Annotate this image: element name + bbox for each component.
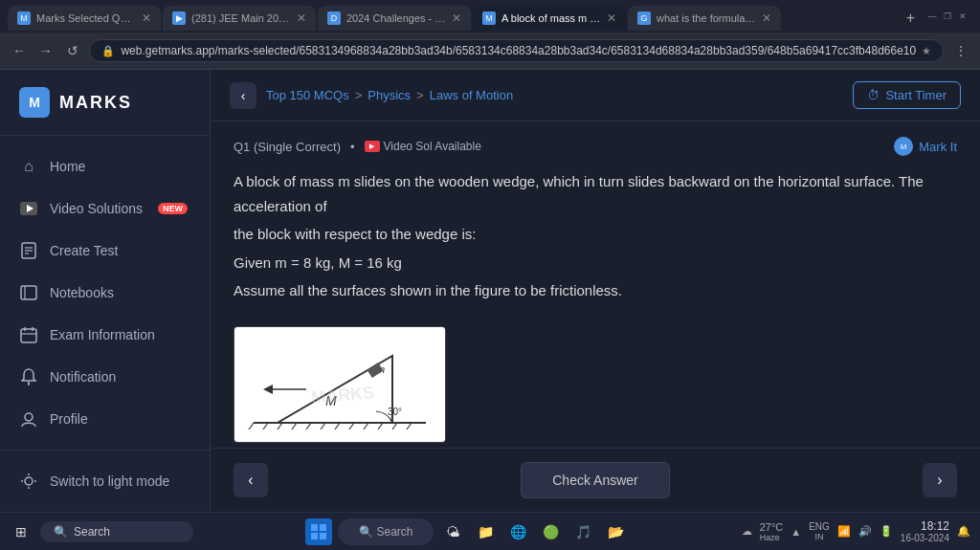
sidebar-item-logout[interactable]: Logout: [0, 502, 210, 512]
start-timer-button[interactable]: ⏱ Start Timer: [853, 81, 961, 109]
taskbar-app-edge[interactable]: 🌐: [504, 518, 531, 545]
address-text: web.getmarks.app/marks-selected/65831349…: [121, 44, 916, 57]
browser-tab-2[interactable]: ▶(281) JEE Main 2024 - Top 2(✕: [163, 6, 316, 31]
tab-bar: MMarks Selected Questions -✕▶(281) JEE M…: [0, 0, 980, 33]
mark-icon: M: [894, 137, 913, 156]
search-icon: 🔍: [54, 525, 68, 539]
sidebar-item-notification[interactable]: Notification: [0, 356, 210, 398]
restore-button[interactable]: ❐: [942, 11, 953, 22]
taskbar-app-search-widget[interactable]: 🔍 Search: [338, 518, 434, 545]
tabs-container: MMarks Selected Questions -✕▶(281) JEE M…: [8, 6, 899, 31]
lang-text: ENG: [809, 521, 830, 532]
create-test-icon: [19, 241, 38, 260]
refresh-button[interactable]: ↺: [63, 38, 82, 63]
sidebar-item-profile-label: Profile: [50, 411, 88, 427]
svg-point-16: [25, 413, 33, 421]
sidebar-item-profile[interactable]: Profile: [0, 398, 210, 440]
taskbar-right: ☁ 27°C Haze ▲ ENG IN 📶 🔊 🔋 18:12 16-03-2…: [742, 519, 970, 543]
weather-info: 27°C Haze: [760, 521, 784, 542]
start-button[interactable]: ⊞: [10, 520, 33, 543]
diagram-canvas: M m 30° MARKS: [234, 327, 445, 442]
close-button[interactable]: ✕: [957, 11, 969, 22]
taskbar-app-widgets[interactable]: 🌤: [439, 518, 466, 545]
svg-line-29: [292, 423, 297, 429]
sidebar-item-create-test[interactable]: Create Test: [0, 230, 210, 272]
tab-favicon-2: ▶: [172, 11, 186, 25]
taskbar-left: ⊞ 🔍 Search: [10, 520, 193, 543]
taskbar-app-files2[interactable]: 📂: [602, 518, 629, 545]
breadcrumb-physics[interactable]: Physics: [368, 88, 411, 102]
taskbar: ⊞ 🔍 Search 🔍 Search 🌤 📁 🌐 🟢 🎵 📂 ☁ 27°C H…: [0, 512, 980, 550]
notification-tray-icon[interactable]: 🔔: [957, 525, 970, 538]
mark-it-label: Mark It: [919, 140, 957, 154]
taskbar-app-files[interactable]: 📁: [472, 518, 499, 545]
next-question-button[interactable]: ›: [923, 463, 957, 497]
light-mode-icon: [19, 472, 38, 491]
svg-rect-6: [21, 286, 36, 299]
logo-text: MARKS: [59, 93, 132, 113]
tab-close-2[interactable]: ✕: [297, 11, 306, 25]
browser-tab-3[interactable]: D2024 Challenges - Google D✕: [318, 6, 471, 31]
svg-line-37: [407, 423, 412, 429]
sidebar-item-exam-info[interactable]: Exam Information: [0, 314, 210, 356]
svg-line-28: [278, 423, 282, 429]
svg-line-36: [392, 423, 397, 429]
svg-point-17: [25, 477, 33, 485]
address-bar[interactable]: 🔒 web.getmarks.app/marks-selected/658313…: [89, 39, 944, 62]
taskbar-app-chrome[interactable]: 🟢: [537, 518, 564, 545]
sidebar-item-notebooks[interactable]: Notebooks: [0, 272, 210, 314]
browser-tab-4[interactable]: MA block of mass m slides on✕: [473, 6, 626, 31]
sidebar-item-home[interactable]: ⌂ Home: [0, 145, 210, 187]
app-layout: M MARKS ⌂ Home Video Solutions NEW Creat…: [0, 70, 980, 512]
sidebar-item-exam-info-label: Exam Information: [50, 327, 155, 342]
prev-question-button[interactable]: ‹: [234, 463, 268, 497]
tab-favicon-5: G: [637, 11, 651, 25]
browser-tab-5[interactable]: Gwhat is the formula for ene✕: [628, 6, 781, 31]
sidebar-item-video-solutions[interactable]: Video Solutions NEW: [0, 187, 210, 230]
breadcrumb: Top 150 MCQs > Physics > Laws of Motion: [266, 88, 843, 102]
svg-text:30°: 30°: [388, 407, 402, 417]
tab-close-4[interactable]: ✕: [607, 11, 616, 25]
taskbar-search[interactable]: 🔍 Search: [40, 521, 193, 542]
check-answer-button[interactable]: Check Answer: [521, 462, 669, 498]
timer-icon: ⏱: [867, 88, 880, 102]
svg-rect-49: [320, 533, 326, 539]
logo-icon: M: [19, 87, 50, 118]
taskbar-app-spotify[interactable]: 🎵: [569, 518, 596, 545]
taskbar-center: 🔍 Search 🌤 📁 🌐 🟢 🎵 📂: [201, 518, 734, 545]
browser-chrome: MMarks Selected Questions -✕▶(281) JEE M…: [0, 0, 980, 70]
svg-rect-48: [311, 533, 318, 539]
clock-time: 18:12: [901, 519, 949, 533]
forward-button[interactable]: →: [36, 38, 56, 63]
tab-close-1[interactable]: ✕: [142, 11, 151, 25]
question-text: A block of mass m slides on the wooden w…: [234, 169, 957, 303]
main-content: ‹ Top 150 MCQs > Physics > Laws of Motio…: [211, 70, 980, 512]
breadcrumb-sep1: >: [355, 88, 363, 102]
home-icon: ⌂: [19, 157, 38, 176]
time-display: 18:12 16-03-2024: [901, 519, 949, 543]
content-header: ‹ Top 150 MCQs > Physics > Laws of Motio…: [211, 70, 980, 121]
question-meta-left: Q1 (Single Correct) • ▶ Video Sol Availa…: [234, 140, 481, 154]
extensions-button[interactable]: ⋮: [951, 38, 970, 63]
mark-it-button[interactable]: M Mark It: [894, 137, 957, 156]
sidebar-item-notification-label: Notification: [50, 369, 116, 385]
taskbar-search-icon: 🔍 Search: [359, 525, 412, 539]
new-tab-button[interactable]: +: [899, 4, 923, 33]
minimize-button[interactable]: —: [926, 11, 938, 22]
tab-title-5: what is the formula for ene: [657, 12, 756, 24]
breadcrumb-top150[interactable]: Top 150 MCQs: [266, 88, 349, 102]
content-back-button[interactable]: ‹: [230, 82, 256, 109]
battery-icon: 🔋: [880, 525, 893, 538]
lang-indicator: ENG IN: [809, 521, 830, 541]
meta-separator: •: [350, 140, 355, 154]
windows-icon: [310, 523, 327, 540]
browser-tab-1[interactable]: MMarks Selected Questions -✕: [8, 6, 161, 31]
sidebar-item-switch-light[interactable]: Switch to light mode: [0, 460, 210, 502]
tab-title-1: Marks Selected Questions -: [36, 12, 136, 24]
question-area: Q1 (Single Correct) • ▶ Video Sol Availa…: [211, 121, 980, 448]
tab-close-5[interactable]: ✕: [762, 11, 771, 25]
tab-close-3[interactable]: ✕: [452, 11, 461, 25]
taskbar-app-explorer[interactable]: [305, 518, 332, 545]
svg-rect-46: [311, 524, 318, 531]
back-button[interactable]: ←: [10, 38, 29, 63]
